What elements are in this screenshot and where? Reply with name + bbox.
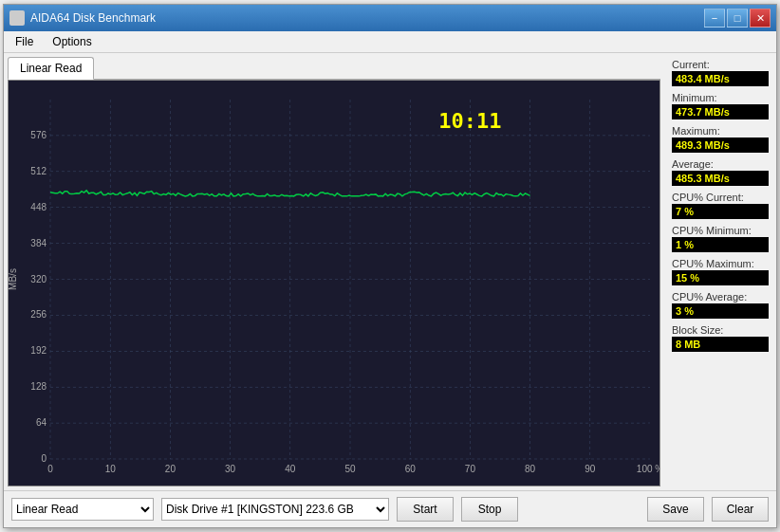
stat-cpu-maximum: CPU% Maximum: 15 % xyxy=(672,258,769,285)
start-button[interactable]: Start xyxy=(397,497,454,522)
minimum-value: 473.7 MB/s xyxy=(672,104,769,119)
clear-button[interactable]: Clear xyxy=(712,497,769,522)
window-title: AIDA64 Disk Benchmark xyxy=(30,11,156,25)
app-icon xyxy=(9,10,25,26)
menu-bar: File Options xyxy=(4,31,776,53)
menu-file[interactable]: File xyxy=(8,33,41,50)
tab-header: Linear Read xyxy=(8,57,660,80)
maximize-button[interactable]: □ xyxy=(727,9,748,28)
stat-block-size: Block Size: 8 MB xyxy=(672,324,769,352)
block-size-value: 8 MB xyxy=(672,337,769,352)
stop-button[interactable]: Stop xyxy=(461,497,518,522)
block-size-label: Block Size: xyxy=(672,324,769,336)
tab-linear-read[interactable]: Linear Read xyxy=(8,57,94,80)
cpu-maximum-value: 15 % xyxy=(672,270,769,285)
stat-minimum: Minimum: 473.7 MB/s xyxy=(672,92,769,119)
minimize-button[interactable]: − xyxy=(704,9,725,28)
menu-options[interactable]: Options xyxy=(45,33,99,50)
cpu-minimum-label: CPU% Minimum: xyxy=(672,225,769,236)
chart-area xyxy=(8,80,660,486)
stat-average: Average: 485.3 MB/s xyxy=(672,158,769,186)
stats-panel: Current: 483.4 MB/s Minimum: 473.7 MB/s … xyxy=(664,53,776,490)
save-button[interactable]: Save xyxy=(647,497,704,522)
benchmark-chart xyxy=(9,81,659,486)
cpu-average-value: 3 % xyxy=(672,303,769,319)
current-value: 483.4 MB/s xyxy=(672,71,769,86)
cpu-average-label: CPU% Average: xyxy=(672,291,769,303)
average-value: 485.3 MB/s xyxy=(672,171,769,186)
cpu-current-label: CPU% Current: xyxy=(672,192,769,203)
cpu-minimum-value: 1 % xyxy=(672,237,769,252)
average-label: Average: xyxy=(672,158,769,170)
maximum-label: Maximum: xyxy=(672,125,769,137)
main-window: AIDA64 Disk Benchmark − □ ✕ File Options… xyxy=(3,4,777,528)
current-label: Current: xyxy=(672,59,769,70)
stat-cpu-current: CPU% Current: 7 % xyxy=(672,192,769,219)
cpu-current-value: 7 % xyxy=(672,204,769,219)
close-button[interactable]: ✕ xyxy=(750,9,771,28)
main-content: Linear Read Current: 483.4 MB/s Minimum:… xyxy=(4,53,776,490)
stat-cpu-average: CPU% Average: 3 % xyxy=(672,291,769,319)
cpu-maximum-label: CPU% Maximum: xyxy=(672,258,769,269)
minimum-label: Minimum: xyxy=(672,92,769,103)
left-panel: Linear Read xyxy=(4,53,664,490)
window-controls: − □ ✕ xyxy=(704,9,771,28)
stat-cpu-minimum: CPU% Minimum: 1 % xyxy=(672,225,769,252)
title-bar: AIDA64 Disk Benchmark − □ ✕ xyxy=(4,5,776,31)
drive-select[interactable]: Disk Drive #1 [KINGSTON] 223.6 GB xyxy=(161,498,389,521)
mode-select[interactable]: Linear Read Random Read Linear Write xyxy=(11,498,154,521)
stat-current: Current: 483.4 MB/s xyxy=(672,59,769,86)
bottom-bar: Linear Read Random Read Linear Write Dis… xyxy=(4,490,776,527)
stat-maximum: Maximum: 489.3 MB/s xyxy=(672,125,769,153)
maximum-value: 489.3 MB/s xyxy=(672,138,769,153)
